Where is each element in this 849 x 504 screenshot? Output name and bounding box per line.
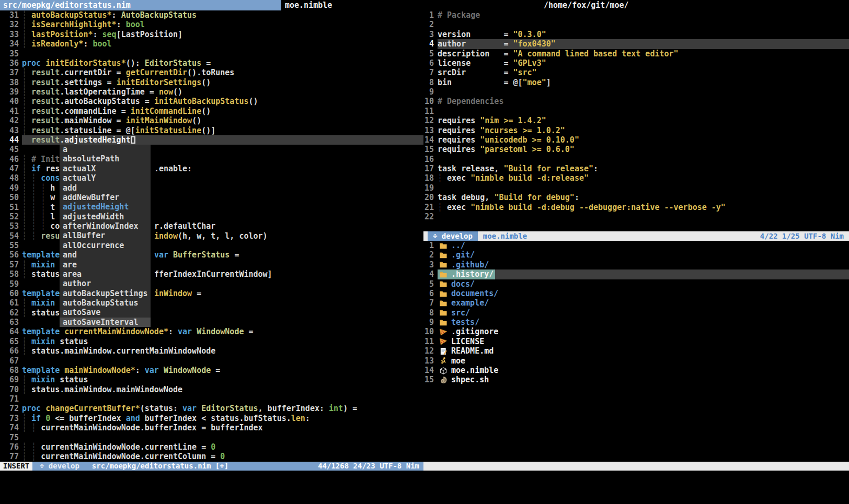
file-entry[interactable]: tests/ [438,318,481,327]
code-line[interactable]: 37┆ result.currentDir = getCurrentDir().… [0,68,423,77]
code-line[interactable]: 36proc initEditorStatus*(): EditorStatus… [0,58,423,68]
code-line[interactable]: 33┆ lastPosition*: seq[LastPosition] [0,30,423,39]
file-row[interactable]: 5docs/ [423,279,849,289]
file-row[interactable]: 4.history/ [423,269,849,279]
file-row[interactable]: 8src/ [423,308,849,318]
code-line[interactable]: 42┆ result.mainWindow = initMainWindow() [0,116,423,125]
code-line[interactable]: 40┆ result.autoBackupStatus = initAutoBa… [0,97,423,106]
completion-item[interactable]: and [60,250,151,260]
code-line[interactable]: 4author = "fox0430" [423,39,849,49]
code-line[interactable]: 16 [423,155,849,164]
code-line[interactable]: 68template mainWindowNode*: var WindowNo… [0,366,423,375]
code-line[interactable]: 18┆ exec "nimble build -d:release" [423,173,849,183]
completion-item[interactable]: autoBackupStatus [60,298,151,308]
code-line[interactable]: 11 [423,107,849,116]
file-entry[interactable]: src/ [438,308,472,318]
completion-item[interactable]: afterWindowIndex [60,221,151,231]
completion-item[interactable]: author [60,279,151,288]
completion-item[interactable]: adjustedWidth [60,212,151,221]
code-line[interactable]: 9 [423,87,849,97]
code-line[interactable]: 5description = "A command lined based te… [423,49,849,58]
file-row[interactable]: 14moe.nimble [423,366,849,375]
code-line[interactable]: 19 [423,183,849,193]
file-entry[interactable]: example/ [438,298,490,308]
file-entry[interactable]: moe.nimble [438,366,500,375]
file-row[interactable]: 12README.md [423,346,849,356]
code-line[interactable]: 8bin = @["moe"] [423,78,849,87]
file-row[interactable]: 7example/ [423,298,849,308]
file-entry[interactable]: .history/ [438,269,495,279]
code-line[interactable]: 32┆ isSearchHighlight*: bool [0,20,423,29]
code-line[interactable]: 15requires "parsetoml >= 0.6.0" [423,145,849,154]
code-line[interactable]: 21┆ exec "nimble build -d:debug --debugg… [423,203,849,212]
code-line[interactable]: 34┆ isReadonly*: bool [0,39,423,49]
code-line[interactable]: 70┆ status.mainWindow.mainWindowNode [0,385,423,394]
code-line[interactable]: 65┆ mixin status [0,337,423,346]
code-line[interactable]: 2 [423,20,849,29]
completion-item[interactable]: adjustedHeight [60,202,151,212]
code-line[interactable]: 75 [0,433,423,442]
code-line[interactable]: 38┆ result.settings = initEditorSettings… [0,78,423,87]
code-line[interactable]: 69┆ mixin status [0,375,423,384]
file-row[interactable]: 15shpec.sh [423,375,849,384]
completion-item[interactable]: autoSave [60,308,151,317]
code-line[interactable]: 20task debug, "Build for debug": [423,193,849,202]
code-line[interactable]: 74┆ ┆ currentMainWindowNode.bufferIndex … [0,423,423,432]
code-line[interactable]: 14requires "unicodedb >= 0.10.0" [423,135,849,145]
code-line[interactable]: 17task release, "Build for release": [423,164,849,173]
filer-pane[interactable]: 1../2.git/3.github/4.history/5docs/6docu… [423,241,849,385]
completion-item[interactable]: allOccurrence [60,241,151,250]
file-row[interactable]: 13moe [423,356,849,366]
autocomplete-popup[interactable]: aabsolutePathactualXactualYaddaddNewBuff… [60,145,151,327]
code-line[interactable]: 31┆ autoBackupStatus*: AutoBackupStatus [0,10,423,20]
completion-item[interactable]: addNewBuffer [60,193,151,202]
code-line[interactable]: 41┆ result.commandLine = initCommandLine… [0,107,423,116]
file-row[interactable]: 9tests/ [423,318,849,327]
file-entry[interactable]: moe [438,356,467,366]
code-line[interactable]: 67 [0,356,423,366]
file-entry[interactable]: LICENSE [438,337,486,346]
completion-item[interactable]: absolutePath [60,154,151,163]
file-entry[interactable]: ../ [438,241,467,250]
completion-item[interactable]: add [60,183,151,193]
completion-item[interactable]: a [60,145,151,154]
code-line[interactable]: 35 [0,49,423,58]
tab-moe-nimble[interactable]: moe.nimble [285,0,332,10]
command-line[interactable] [0,471,849,504]
code-line[interactable]: 72proc changeCurrentBuffer*(status: var … [0,404,423,413]
file-entry[interactable]: .gitignore [438,327,500,336]
file-entry[interactable]: README.md [438,346,495,356]
code-line[interactable]: 22 [423,212,849,221]
file-row[interactable]: 10.gitignore [423,327,849,336]
code-line[interactable]: 73┆ if 0 <= bufferIndex and bufferIndex … [0,414,423,423]
code-line[interactable]: 66┆ status.mainWindow.currentMainWindowN… [0,346,423,356]
completion-item[interactable]: are [60,260,151,269]
completion-item[interactable]: area [60,269,151,279]
code-line[interactable]: 39┆ result.lastOperatingTime = now() [0,87,423,97]
completion-item[interactable]: actualY [60,173,151,183]
code-line[interactable]: 7srcDir = "src" [423,68,849,77]
file-entry[interactable]: documents/ [438,289,500,298]
code-line[interactable]: 64template currentMainWindowNode*: var W… [0,327,423,336]
code-line[interactable]: 44┆ result.adjustedHeight [0,135,423,145]
code-line[interactable]: 3version = "0.3.0" [423,30,849,39]
file-row[interactable]: 1../ [423,241,849,250]
code-line[interactable]: 6license = "GPLv3" [423,58,849,68]
code-line[interactable]: 10# Dependencies [423,97,849,106]
file-row[interactable]: 3.github/ [423,260,849,269]
file-entry[interactable]: shpec.sh [438,375,490,384]
code-line[interactable]: 12requires "nim >= 1.4.2" [423,116,849,125]
code-line[interactable]: 13requires "ncurses >= 1.0.2" [423,126,849,135]
file-entry[interactable]: docs/ [438,279,476,289]
completion-item[interactable]: autoSaveInterval [60,318,151,327]
file-entry[interactable]: .git/ [438,250,476,260]
nimble-pane[interactable]: 1# Package23version = "0.3.0"4author = "… [423,10,849,222]
completion-item[interactable]: autoBackupSettings [60,289,151,298]
file-row[interactable]: 2.git/ [423,250,849,260]
code-line[interactable]: 43┆ result.statusLine = @[initStatusLine… [0,126,423,135]
file-row[interactable]: 11LICENSE [423,337,849,346]
code-line[interactable]: 77┆ ┆ currentMainWindowNode.currentColum… [0,452,423,461]
code-line[interactable]: 71 [0,394,423,404]
completion-item[interactable]: allBuffer [60,231,151,240]
code-line[interactable]: 76┆ ┆ currentMainWindowNode.currentLine … [0,442,423,452]
